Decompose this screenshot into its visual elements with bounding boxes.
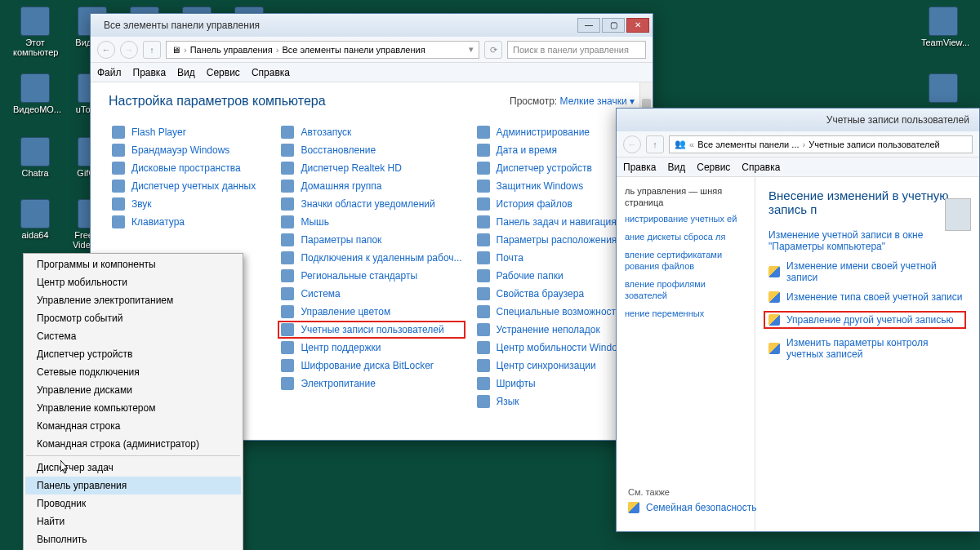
cp-item[interactable]: Панель задач и навигация [474,213,635,231]
minimize-button[interactable]: — [577,18,600,33]
cp-item[interactable]: Рабочие папки [474,267,635,285]
close-button[interactable]: ✕ [626,18,649,33]
menu-item[interactable]: Управление электропитанием [25,291,241,309]
cp-item[interactable]: Параметры расположения [474,231,635,249]
ua-link[interactable]: Изменение учетной записи в окне "Парамет… [768,229,966,252]
back-button[interactable]: ← [97,41,115,59]
menu-Справка[interactable]: Справка [742,162,780,173]
menu-item[interactable]: Просмотр событий [25,309,241,327]
cp-item[interactable]: Параметры папок [278,231,465,249]
cp-item[interactable]: Восстановление [278,141,465,159]
sidebar-link[interactable]: вление профилями зователей [625,278,746,301]
cp-item[interactable]: Значки области уведомлений [278,195,465,213]
titlebar[interactable]: Учетные записи пользователей [617,109,979,131]
cp-item[interactable]: Диспетчер учетных данных [109,177,270,195]
menu-item[interactable]: Панель управления [25,477,241,495]
teamviewer-icon [929,7,958,36]
cp-item[interactable]: Мышь [278,213,465,231]
sidebar-link[interactable]: нистрирование учетных ей [625,213,746,224]
cp-item[interactable]: Электропитание [278,375,465,393]
menu-item[interactable]: Проводник [25,495,241,512]
cp-item[interactable]: Защитник Windows [474,177,635,195]
item-icon [477,126,490,139]
cp-item[interactable]: Подключения к удаленным рабоч... [278,249,465,267]
sidebar-link[interactable]: ание дискеты сброса ля [625,231,746,242]
menu-item[interactable]: Программы и компоненты [25,255,241,273]
menu-item[interactable]: Система [25,327,241,345]
desktop-icon-aida64[interactable]: aida64 [13,199,57,240]
cp-item[interactable]: Брандмауэр Windows [109,141,270,159]
menu-item[interactable]: Управление компьютером [25,399,241,417]
search-input[interactable]: Поиск в панели управления [507,41,646,59]
cp-item[interactable]: Устранение неполадок [474,321,635,339]
menu-Вид[interactable]: Вид [177,67,195,78]
maximize-button[interactable]: ▢ [602,18,625,33]
cp-item[interactable]: Диспетчер устройств [474,159,635,177]
cp-item[interactable]: Язык [474,393,635,410]
cp-item[interactable]: Учетные записи пользователей [278,321,465,339]
menu-item[interactable]: Сетевые подключения [25,363,241,381]
cp-item[interactable]: Дисковые пространства [109,159,270,177]
menu-Файл[interactable]: Файл [97,67,122,78]
address-bar[interactable]: 👥 « Все элементы панели ... › Учетные за… [669,135,973,153]
cp-item[interactable]: Специальные возможности [474,303,635,321]
menu-Справка[interactable]: Справка [252,67,290,78]
menu-item[interactable]: Диспетчер устройств [25,345,241,363]
cp-item[interactable]: Клавиатура [109,213,270,231]
family-safety-link[interactable]: Семейная безопасность [628,502,757,513]
up-button[interactable]: ↑ [646,135,664,153]
cp-item[interactable]: Почта [474,249,635,267]
menu-Сервис[interactable]: Сервис [207,67,240,78]
menu-item[interactable]: Управление дисками [25,381,241,399]
cp-item[interactable]: Домашняя группа [278,177,465,195]
menu-Вид[interactable]: Вид [668,162,686,173]
cp-item[interactable]: Центр поддержки [278,339,465,357]
sidebar-link[interactable]: нение переменных [625,308,746,319]
desktop-icon-chatra[interactable]: Chatra [13,137,57,178]
menu-item[interactable]: Командная строка (администратор) [25,435,241,453]
cp-item[interactable]: Шрифты [474,375,635,393]
cp-item[interactable]: Управление цветом [278,303,465,321]
forward-button[interactable]: → [120,41,138,59]
item-icon [281,162,294,175]
titlebar[interactable]: Все элементы панели управления — ▢ ✕ [91,14,653,37]
menu-item[interactable]: Центр мобильности [25,273,241,291]
cp-item[interactable]: Система [278,285,465,303]
cp-item[interactable]: Дата и время [474,141,635,159]
sidebar-link[interactable]: вление сертификатами рования файлов [625,249,746,272]
cp-item[interactable]: Администрирование [474,123,635,141]
back-button[interactable]: ← [623,135,641,153]
cp-item[interactable]: Звук [109,195,270,213]
cp-item[interactable]: Шифрование диска BitLocker [278,357,465,375]
item-icon [281,305,294,318]
menu-item[interactable]: Диспетчер задач [25,459,241,477]
menu-item[interactable]: Командная строка [25,417,241,435]
menu-Правка[interactable]: Правка [133,67,167,78]
view-selector[interactable]: Просмотр: Мелкие значки ▾ [510,95,635,107]
cp-item[interactable]: Центр синхронизации [474,357,635,375]
item-icon [477,395,490,408]
menu-Сервис[interactable]: Сервис [697,162,730,173]
cp-item[interactable]: Свойства браузера [474,285,635,303]
cp-item[interactable]: Центр мобильности Windows [474,339,635,357]
up-button[interactable]: ↑ [143,41,161,59]
ua-link[interactable]: Изменить параметры контроля учетных запи… [768,337,966,360]
menu-item[interactable]: Найти [25,512,241,530]
cp-item[interactable]: История файлов [474,195,635,213]
menu-item[interactable]: Выполнить [25,530,241,548]
ua-link[interactable]: Изменение типа своей учетной записи [768,291,966,303]
ua-link[interactable]: Управление другой учетной записью [764,311,966,329]
address-bar[interactable]: 🖥 › Панель управления › Все элементы пан… [166,41,479,59]
ua-link[interactable]: Изменение имени своей учетной записи [768,260,966,283]
refresh-button[interactable]: ⟳ [484,41,502,59]
cp-item[interactable]: Flash Player [109,123,270,141]
cp-item[interactable]: Автозапуск [278,123,465,141]
desktop-icon-teamviewer[interactable]: TeamView... [921,7,965,47]
cp-item[interactable]: Региональные стандарты [278,267,465,285]
cp-item[interactable]: Диспетчер Realtek HD [278,159,465,177]
item-icon [281,269,294,282]
desktop-icon-videomo[interactable]: ВидеоМО... [13,73,57,114]
menu-Правка[interactable]: Правка [623,162,657,173]
item-icon [477,287,490,300]
desktop-icon-this-pc[interactable]: Этот компьютер [13,7,57,57]
